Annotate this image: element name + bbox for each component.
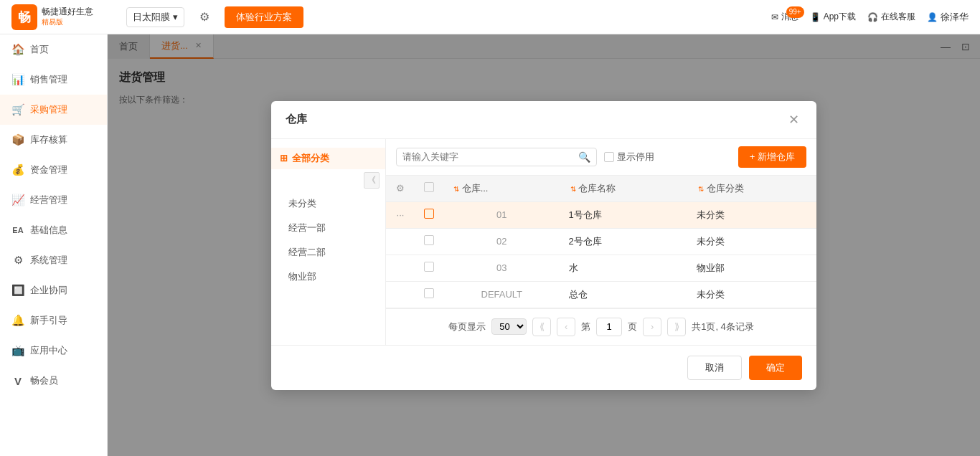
operations-icon: 📈 [11,194,24,206]
trial-button[interactable]: 体验行业方案 [225,6,303,28]
row-checkbox-cell[interactable] [415,228,443,255]
per-page-select[interactable]: 50 [491,318,527,335]
chevron-down-icon: ▾ [173,11,178,22]
app-download-button[interactable]: 📱 App下载 [810,11,856,23]
member-icon: V [11,375,24,387]
sidebar-item-purchase[interactable]: 🛒 采购管理 [0,95,107,125]
sidebar-item-member[interactable]: V 畅会员 [0,366,107,396]
basic-info-icon: EA [11,226,24,234]
store-selector[interactable]: 日太阳膜 ▾ [126,7,184,27]
table-toolbar: 🔍 显示停用 + 新增仓库 [386,139,816,176]
sort-icon: ⇅ [453,185,459,193]
table-body: ··· 01 1号仓库 未分类 02 2号仓库 未分类 [386,201,816,308]
collapse-category-button[interactable]: 《 [364,172,380,189]
row-category: 未分类 [688,228,816,255]
row-checkbox[interactable] [424,209,434,219]
sidebar-label-operations: 经营管理 [30,194,67,206]
col-name-header[interactable]: ⇅ 仓库名称 [560,176,689,202]
warehouse-table: ⚙ ⇅ 仓库... [386,176,816,308]
headset-icon: 🎧 [867,12,878,22]
sidebar-item-guide[interactable]: 🔔 新手引导 [0,305,107,336]
show-disabled-checkbox[interactable] [604,152,614,162]
cancel-button[interactable]: 取消 [687,356,742,380]
category-item-operations2[interactable]: 经营二部 [271,240,385,265]
sidebar-item-operations[interactable]: 📈 经营管理 [0,185,107,215]
prev-page-button[interactable]: ‹ [557,318,575,336]
modal-close-button[interactable]: ✕ [785,111,802,128]
modal-footer: 取消 确定 [271,345,816,390]
confirm-button[interactable]: 确定 [749,356,802,380]
sidebar-label-sales: 销售管理 [30,73,67,86]
sidebar-item-app-center[interactable]: 📺 应用中心 [0,336,107,366]
warehouse-data-table: ⚙ ⇅ 仓库... [386,176,816,308]
next-page-button[interactable]: › [643,318,661,336]
sort-icon-name: ⇅ [570,185,576,193]
enterprise-icon: 🔲 [11,284,24,297]
search-icon: 🔍 [578,151,590,163]
sidebar-label-home: 首页 [30,43,49,56]
col-settings: ⚙ [386,176,415,202]
phone-icon: 📱 [810,12,821,22]
sidebar-label-purchase: 采购管理 [30,103,67,116]
app-body: 🏠 首页 📊 销售管理 🛒 采购管理 📦 库存核算 💰 资金管理 📈 经营管理 … [0,34,980,456]
table-row[interactable]: 03 水 物业部 [386,255,816,281]
sales-icon: 📊 [11,73,24,86]
search-input[interactable] [402,151,574,162]
category-item-unclassified[interactable]: 未分类 [271,191,385,216]
last-page-button[interactable]: ⟫ [667,318,686,336]
first-page-button[interactable]: ⟪ [532,318,551,336]
sidebar-label-guide: 新手引导 [30,314,67,327]
row-action-cell[interactable] [386,281,415,308]
row-checkbox[interactable] [424,262,434,272]
add-warehouse-button[interactable]: + 新增仓库 [738,146,806,168]
category-item-operations1[interactable]: 经营一部 [271,216,385,240]
sidebar-label-system: 系统管理 [30,254,67,267]
row-checkbox[interactable] [424,235,434,245]
sidebar-item-sales[interactable]: 📊 销售管理 [0,65,107,95]
col-code-header[interactable]: ⇅ 仓库... [443,176,560,202]
inventory-icon: 📦 [11,133,24,146]
col-select-all[interactable] [415,176,443,202]
sidebar-item-finance[interactable]: 💰 资金管理 [0,155,107,185]
row-name: 2号仓库 [560,228,689,255]
table-row[interactable]: ··· 01 1号仓库 未分类 [386,201,816,228]
select-all-checkbox[interactable] [424,182,434,192]
row-action-cell[interactable] [386,228,415,255]
pagination: 每页显示 50 ⟪ ‹ 第 页 › ⟫ 共1页, 4条记录 [386,308,816,345]
row-action-cell[interactable] [386,255,415,281]
sidebar-item-basic-info[interactable]: EA 基础信息 [0,215,107,245]
category-panel: ⊞ 全部分类 《 未分类 经营一部 经营二部 [271,139,386,345]
row-checkbox-cell[interactable] [415,255,443,281]
row-category: 物业部 [688,255,816,281]
sidebar-label-inventory: 库存核算 [30,133,67,146]
table-header-row: ⚙ ⇅ 仓库... [386,176,816,202]
sidebar-item-system[interactable]: ⚙ 系统管理 [0,245,107,275]
online-service-button[interactable]: 🎧 在线客服 [867,11,915,23]
more-icon[interactable]: ··· [397,209,405,220]
sidebar-item-enterprise[interactable]: 🔲 企业协同 [0,275,107,305]
row-num: DEFAULT [443,281,560,308]
finance-icon: 💰 [11,163,24,176]
table-row[interactable]: DEFAULT 总仓 未分类 [386,281,816,308]
main-content: 首页 进货... ✕ — ⊡ 进货管理 按以下条件筛选： 仓库 [108,34,980,456]
category-item-property[interactable]: 物业部 [271,265,385,289]
settings-button[interactable]: ⚙ [193,6,216,29]
row-checkbox-cell[interactable] [415,201,443,228]
page-number-input[interactable] [596,318,622,336]
row-action-cell[interactable]: ··· [386,201,415,228]
messages-button[interactable]: ✉ 消息 99+ [771,11,798,23]
row-checkbox-cell[interactable] [415,281,443,308]
modal-title: 仓库 [286,113,307,126]
col-category-header[interactable]: ⇅ 仓库分类 [688,176,816,202]
row-checkbox[interactable] [424,288,434,298]
sidebar-item-inventory[interactable]: 📦 库存核算 [0,125,107,155]
user-avatar[interactable]: 👤 徐泽华 [927,11,969,24]
show-disabled-toggle[interactable]: 显示停用 [604,151,654,163]
header-right: ✉ 消息 99+ 📱 App下载 🎧 在线客服 👤 徐泽华 [771,11,969,24]
table-row[interactable]: 02 2号仓库 未分类 [386,228,816,255]
sidebar-item-home[interactable]: 🏠 首页 [0,34,107,65]
row-name: 总仓 [560,281,689,308]
category-all[interactable]: ⊞ 全部分类 [271,148,385,169]
table-panel: 🔍 显示停用 + 新增仓库 [386,139,816,345]
search-box: 🔍 [396,148,597,166]
